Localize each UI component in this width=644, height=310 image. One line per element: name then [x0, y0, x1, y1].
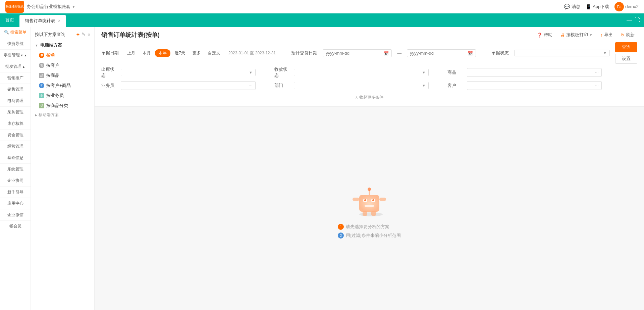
settings-button[interactable]: 设置	[615, 54, 637, 64]
sidebar-wholesale-label: 批发管理 ▲	[5, 64, 25, 69]
sidebar-sales-label: 销售管理	[7, 87, 23, 92]
payment-status-select[interactable]: ▼	[294, 69, 429, 76]
help-button[interactable]: ❓ 帮助	[534, 31, 555, 39]
sidebar-management-label: 经营管理	[7, 144, 23, 149]
query-button[interactable]: 查询	[615, 42, 637, 52]
sidebar-item-wechat[interactable]: 企业微信	[0, 209, 31, 221]
export-label: 导出	[604, 32, 613, 38]
sidebar-item-system[interactable]: 系统管理	[0, 164, 31, 175]
customer-dots: ···	[595, 83, 599, 88]
date-separator: —	[397, 51, 401, 56]
sidebar-item-sales[interactable]: 销售管理	[0, 84, 31, 95]
tree-item-by-order[interactable]: 单 按单	[31, 50, 94, 60]
expected-date-end[interactable]: 📅	[407, 49, 476, 57]
print-icon: 🖨	[560, 33, 565, 38]
filter-row-3: 业务员 ··· 部门 ▼ 客户	[101, 81, 637, 90]
sidebar-item-ecommerce[interactable]: 电商管理	[0, 95, 31, 107]
add-scheme-button[interactable]: +	[76, 32, 79, 38]
tree-parent-mobile-arrow: ▶	[35, 113, 37, 117]
collapse-panel-button[interactable]: «	[88, 32, 90, 38]
tree-item-by-salesperson[interactable]: 业 按业务员	[31, 91, 94, 101]
refresh-button[interactable]: ↻ 刷新	[618, 31, 637, 39]
expected-date-end-input[interactable]	[410, 51, 466, 56]
tree-label-by-salesperson: 按业务员	[46, 93, 64, 99]
top-bar: 畅捷通好生意 办公用品行业模拟账套 ▼ 💬 消息 📱 App下载 Ea demo…	[0, 0, 644, 13]
tree-label-by-category: 按商品分类	[46, 103, 68, 109]
sidebar-wechat-label: 企业微信	[7, 212, 23, 218]
left-panel-header: 按以下方案查询 + ✎ «	[31, 30, 94, 40]
out-status-label: 出库状态	[101, 66, 118, 79]
tab-bar: 首页 销售订单统计表 × — ⛶	[0, 13, 644, 27]
empty-tip-2: 2 用[过滤]条件来缩小分析范围	[338, 232, 400, 239]
right-panel: 销售订单统计表(按单) ❓ 帮助 🖨 按模板打印 ▼ ↑	[95, 27, 644, 310]
tab-sales-order[interactable]: 销售订单统计表 ×	[19, 15, 66, 27]
sidebar-item-finance[interactable]: 资金管理	[0, 130, 31, 141]
tree-item-by-goods[interactable]: 品 按商品	[31, 70, 94, 81]
tree-parent-pc-label: 电脑端方案	[40, 42, 62, 48]
tree-icon-customer: 客	[39, 63, 44, 68]
sidebar-item-purchase[interactable]: 采购管理	[0, 107, 31, 118]
goods-input[interactable]: ···	[467, 68, 602, 77]
sidebar-item-marketing[interactable]: 营销推广	[0, 72, 31, 84]
tab-maximize-button[interactable]: ⛶	[635, 17, 640, 23]
payment-status-field: 收款状态 ▼	[274, 66, 429, 79]
sidebar-item-member[interactable]: 畅会员	[0, 221, 31, 232]
out-status-select[interactable]: ▼	[121, 69, 256, 76]
tree-item-by-customer-goods[interactable]: 客 按客户+商品	[31, 81, 94, 91]
date-filter: 上月 本月 本年 近7天 更多 自定义	[124, 49, 223, 57]
export-button[interactable]: ↑ 导出	[598, 31, 616, 39]
page-title: 销售订单统计表(按单)	[101, 31, 160, 39]
tree-label-by-customer: 按客户	[46, 62, 59, 68]
tab-close-icon[interactable]: ×	[58, 18, 60, 23]
left-panel-actions: + ✎ «	[76, 32, 90, 38]
tab-minimize-button[interactable]: —	[627, 17, 632, 23]
tree-label-by-goods: 按商品	[46, 72, 59, 79]
salesperson-dots: ···	[249, 83, 253, 88]
left-panel-title: 按以下方案查询	[35, 32, 65, 38]
app-download-button[interactable]: 📱 App下载	[586, 4, 609, 10]
tree-item-by-customer[interactable]: 客 按客户	[31, 60, 94, 70]
more-date-button[interactable]: 更多	[190, 49, 204, 57]
dept-select[interactable]: ▼	[294, 82, 429, 89]
tree-item-by-category[interactable]: 类 按商品分类	[31, 101, 94, 111]
custom-date-button[interactable]: 自定义	[205, 49, 223, 57]
breadcrumb-dropdown-icon[interactable]: ▼	[72, 5, 75, 9]
tree-icon-order: 单	[39, 53, 44, 58]
calendar-end-icon: 📅	[468, 51, 473, 56]
top-bar-left: 畅捷通好生意 办公用品行业模拟账套 ▼	[5, 1, 75, 13]
salesperson-input[interactable]: ···	[121, 81, 256, 90]
print-button[interactable]: 🖨 按模板打印 ▼	[558, 31, 595, 39]
expected-date-start-input[interactable]	[326, 51, 382, 56]
customer-input[interactable]: ···	[467, 81, 602, 90]
sidebar-item-retail[interactable]: 零售管理 ▼	[0, 50, 31, 61]
sidebar-item-wholesale[interactable]: 批发管理 ▲	[0, 61, 31, 72]
last-7-days-button[interactable]: 近7天	[172, 49, 188, 57]
tree-parent-mobile[interactable]: ▶ 移动端方案	[31, 111, 94, 119]
status-select[interactable]: ▼	[514, 50, 610, 56]
sidebar-item-inventory[interactable]: 库存核算	[0, 118, 31, 130]
sidebar-item-appcenter[interactable]: 应用中心	[0, 198, 31, 209]
edit-scheme-button[interactable]: ✎	[82, 32, 86, 38]
message-button[interactable]: 💬 消息	[564, 4, 580, 10]
action-buttons: 查询 设置	[615, 42, 637, 64]
sidebar-search[interactable]: 🔍 搜索菜单	[0, 27, 31, 38]
last-month-button[interactable]: 上月	[124, 49, 138, 57]
print-arrow-icon: ▼	[589, 33, 593, 37]
tab-home[interactable]: 首页	[0, 13, 19, 27]
sidebar-item-management[interactable]: 经营管理	[0, 141, 31, 152]
this-year-button[interactable]: 本年	[155, 49, 170, 57]
refresh-label: 刷新	[626, 32, 635, 38]
sidebar-item-enterprise[interactable]: 企业协同	[0, 175, 31, 187]
tree-icon-customer-goods: 客	[39, 83, 44, 88]
main-layout: 🔍 搜索菜单 快捷导航 零售管理 ▼ 批发管理 ▲ 营销推广 销售管理	[0, 27, 644, 310]
sidebar-item-newbie[interactable]: 新手引导	[0, 187, 31, 198]
collapse-bar[interactable]: ∧ 收起更多条件	[101, 93, 637, 102]
user-area[interactable]: Ea demo2	[614, 2, 639, 11]
sidebar-quick-nav[interactable]: 快捷导航	[0, 38, 31, 50]
tree-parent-pc[interactable]: ▼ 电脑端方案	[31, 40, 94, 50]
avatar-text: Ea	[617, 5, 622, 9]
this-month-button[interactable]: 本月	[140, 49, 154, 57]
expected-date-start[interactable]: 📅	[323, 49, 392, 57]
sidebar-item-basic[interactable]: 基础信息	[0, 152, 31, 164]
sidebar-retail-label: 零售管理 ▼	[4, 52, 27, 58]
